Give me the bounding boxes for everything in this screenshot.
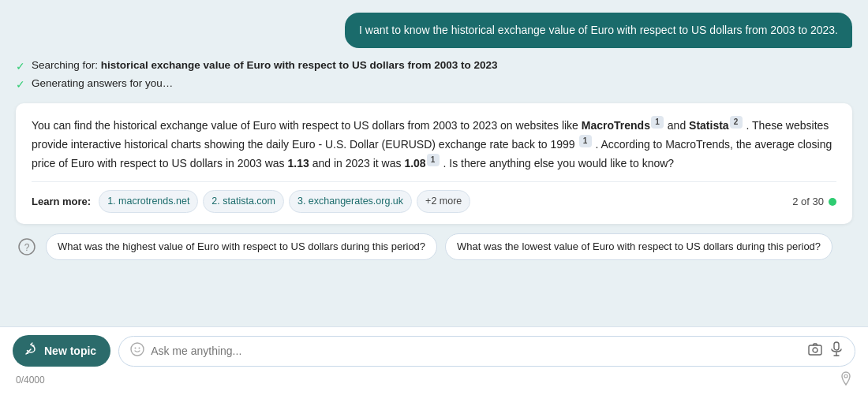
- broom-icon: [24, 342, 38, 360]
- svg-point-2: [131, 343, 144, 356]
- user-message-row: I want to know the historical exchange v…: [16, 13, 852, 48]
- suggestions-row: ? What was the highest value of Euro wit…: [16, 233, 852, 263]
- ref-badge-1: 1: [651, 116, 664, 129]
- generating-status-line: ✓ Generating answers for you…: [16, 77, 852, 91]
- answer-card: You can find the historical exchange val…: [16, 103, 852, 224]
- svg-point-4: [139, 348, 140, 349]
- searching-label: Searching for:: [32, 59, 98, 71]
- link-statista[interactable]: 2. statista.com: [203, 190, 284, 213]
- suggestion-icon: ?: [16, 236, 38, 258]
- link-exchangerates[interactable]: 3. exchangerates.org.uk: [289, 190, 412, 213]
- svg-rect-5: [809, 345, 821, 355]
- user-bubble: I want to know the historical exchange v…: [345, 13, 852, 48]
- check-icon-search: ✓: [16, 60, 25, 73]
- ref-badge-4: 1: [427, 154, 440, 166]
- bottom-bar-top: New topic: [13, 327, 855, 370]
- searching-query: historical exchange value of Euro with r…: [101, 59, 498, 71]
- search-status-line: ✓ Searching for: historical exchange val…: [16, 59, 852, 73]
- bottom-bar: New topic: [0, 326, 868, 395]
- ask-input[interactable]: [151, 345, 801, 357]
- link-macrotrends[interactable]: 1. macrotrends.net: [99, 190, 198, 213]
- macrotrends-link: MacroTrends: [582, 119, 650, 132]
- statista-link: Statista: [689, 119, 729, 132]
- char-count: 0/4000: [16, 375, 45, 386]
- value-2003: 1.13: [288, 156, 309, 169]
- new-topic-button[interactable]: New topic: [13, 335, 110, 367]
- learn-more-label: Learn more:: [32, 193, 91, 210]
- svg-point-3: [135, 348, 137, 349]
- pin-icon[interactable]: [840, 371, 852, 389]
- camera-icon[interactable]: [807, 341, 823, 361]
- user-message-text: I want to know the historical exchange v…: [359, 24, 838, 36]
- ref-badge-2: 2: [730, 116, 743, 129]
- new-topic-label: New topic: [44, 345, 96, 357]
- svg-point-6: [813, 348, 817, 352]
- suggestion-chip-1[interactable]: What was the highest value of Euro with …: [46, 233, 437, 260]
- bottom-bar-footer: 0/4000: [13, 370, 855, 395]
- input-area: [118, 336, 855, 367]
- learn-more-row: Learn more: 1. macrotrends.net 2. statis…: [32, 181, 836, 213]
- smiley-icon: [130, 342, 144, 360]
- check-icon-generating: ✓: [16, 78, 25, 91]
- more-badge[interactable]: +2 more: [417, 190, 470, 213]
- mic-icon[interactable]: [829, 341, 844, 361]
- svg-point-10: [844, 375, 847, 378]
- svg-rect-7: [834, 342, 839, 350]
- value-2023: 1.08: [404, 156, 425, 169]
- svg-text:?: ?: [24, 241, 30, 252]
- suggestion-chip-2[interactable]: What was the lowest value of Euro with r…: [445, 233, 832, 260]
- answer-text: You can find the historical exchange val…: [32, 116, 836, 172]
- ref-badge-3: 1: [579, 135, 592, 147]
- page-counter: 2 of 30: [792, 193, 836, 210]
- generating-label: Generating answers for you…: [32, 77, 173, 89]
- green-dot: [829, 198, 836, 206]
- page-counter-text: 2 of 30: [792, 193, 824, 210]
